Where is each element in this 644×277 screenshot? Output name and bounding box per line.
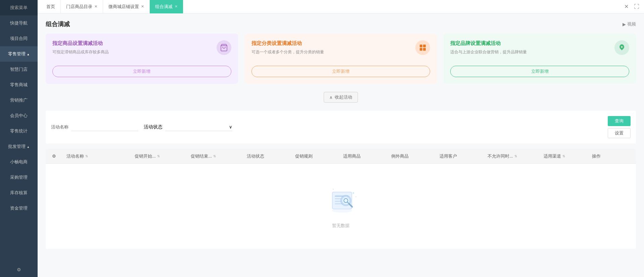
th-applicable-customer: 适用客户 [435,153,484,159]
th-settings[interactable]: ⚙ [46,154,62,159]
th-activity-name[interactable]: 活动名称 ⇅ [62,153,131,159]
table-header: ⚙ 活动名称 ⇅ 促销开始... ⇅ 促销结束... ⇅ 活动状态 [46,149,636,164]
close-window-button[interactable]: ✕ [623,2,630,11]
sort-icon-start: ⇅ [157,154,160,158]
goods-card-icon [217,40,231,55]
settings-button[interactable]: 设置 [608,128,631,138]
th-promo-rule: 促销规则 [291,153,339,159]
brand-card-icon [614,40,629,55]
th-not-allow-simultaneous[interactable]: 不允许同时... ⇅ [484,153,540,159]
sidebar-settings[interactable]: ⚙ [0,262,38,277]
video-link[interactable]: ▶ 视频 [623,21,636,27]
sidebar-item-retail-management[interactable]: 零售管理 [0,46,38,62]
tab-home[interactable]: 首页 [41,0,61,13]
svg-rect-3 [420,48,422,51]
brand-activity-card: 指定品牌设置满减活动 适合与上游企业联合做营销，提升品牌销量 立即新增 [444,34,636,84]
tab-mini-store-settings[interactable]: 微商城店铺设置 ✕ [103,0,150,13]
svg-rect-1 [420,45,422,47]
svg-point-19 [353,192,354,194]
collapse-bar: ∧ 收起活动 [46,89,636,105]
sidebar-item-inventory[interactable]: 库存核算 [0,185,38,201]
th-except-goods: 例外商品 [387,153,435,159]
sort-icon-notallow: ⇅ [514,154,517,158]
category-card-desc: 可选一个或者多个分类，提升分类的销量 [251,49,430,62]
goods-card-add-button[interactable]: 立即新增 [52,66,231,77]
activity-status-label: 活动状态 [144,124,163,130]
query-button[interactable]: 查询 [608,116,631,126]
tab-bar: 首页 门店商品目录 ✕ 微商城店铺设置 ✕ 组合满减 ✕ ✕ ⛶ [38,0,644,13]
th-action: 操作 [588,153,636,159]
select-chevron-icon: ∨ [229,124,232,129]
content-area: 组合满减 ▶ 视频 指定商品设置满减活动 可指定滞销商品或库存较多商品 立即新增 [38,13,644,277]
sidebar-item-retail-mall[interactable]: 零售商城 [0,77,38,93]
search-area: 活动名称 活动状态 ∨ 查询 设置 [46,111,636,144]
svg-rect-4 [423,48,426,51]
th-applicable-goods: 适用商品 [339,153,387,159]
svg-point-21 [333,189,334,190]
sort-icon-end: ⇅ [213,154,216,158]
table-settings-icon: ⚙ [52,154,56,159]
sort-icon-channel: ⇅ [562,154,565,158]
tab-close-mini-store[interactable]: ✕ [141,4,144,9]
brand-card-add-button[interactable]: 立即新增 [450,66,629,77]
goods-card-title: 指定商品设置满减活动 [52,40,231,47]
activity-name-field: 活动名称 [51,123,138,131]
svg-rect-2 [423,45,426,47]
activity-status-field: 活动状态 ∨ [144,123,232,131]
tab-close-combo-discount[interactable]: ✕ [175,4,178,9]
collapse-activity-button[interactable]: ∧ 收起活动 [324,92,358,103]
collapse-icon: ∧ [329,95,333,100]
sidebar-item-finance[interactable]: 资金管理 [0,201,38,216]
svg-point-5 [621,46,623,48]
video-icon: ▶ [623,22,626,27]
sidebar: 搜索菜单 快捷导航 项目合同 零售管理 智慧门店 零售商城 营销推广 会员中心 … [0,0,38,277]
empty-text: 暂无数据 [332,223,350,229]
page-header: 组合满减 ▶ 视频 [46,20,636,28]
tab-actions: ✕ ⛶ [623,2,641,11]
brand-card-title: 指定品牌设置满减活动 [450,40,629,47]
category-card-title: 指定分类设置满减活动 [251,40,430,47]
sidebar-item-ecommerce[interactable]: 小畅电商 [0,154,38,170]
goods-card-desc: 可指定滞销商品或库存较多商品 [52,49,231,62]
tab-store-catalog[interactable]: 门店商品目录 ✕ [61,0,103,13]
th-promo-end[interactable]: 促销结束... ⇅ [187,153,243,159]
table-container: ⚙ 活动名称 ⇅ 促销开始... ⇅ 促销结束... ⇅ 活动状态 [46,149,636,249]
sidebar-item-purchase[interactable]: 采购管理 [0,170,38,185]
empty-illustration [321,184,361,217]
search-buttons: 查询 设置 [608,116,631,138]
sort-icon-name: ⇅ [85,154,88,158]
sidebar-item-project-contract[interactable]: 项目合同 [0,31,38,46]
fullscreen-button[interactable]: ⛶ [633,2,641,11]
activity-name-input[interactable] [71,123,138,131]
svg-rect-0 [223,44,225,46]
svg-point-20 [356,196,357,197]
th-applicable-channel[interactable]: 适用渠道 ⇅ [540,153,588,159]
empty-state: 暂无数据 [46,164,636,249]
page-title: 组合满减 [46,20,70,28]
activity-name-label: 活动名称 [51,124,68,130]
activity-status-select[interactable]: ∨ [165,123,232,131]
brand-card-desc: 适合与上游企业联合做营销，提升品牌销量 [450,49,629,62]
th-activity-status: 活动状态 [243,153,291,159]
sidebar-item-wholesale[interactable]: 批发管理 [0,139,38,154]
sidebar-item-retail-stats[interactable]: 零售统计 [0,123,38,139]
activity-cards: 指定商品设置满减活动 可指定滞销商品或库存较多商品 立即新增 指定分类设置满减活… [46,34,636,84]
category-card-add-button[interactable]: 立即新增 [251,66,430,77]
sidebar-item-marketing[interactable]: 营销推广 [0,93,38,108]
goods-activity-card: 指定商品设置满减活动 可指定滞销商品或库存较多商品 立即新增 [46,34,238,84]
sidebar-item-smart-store[interactable]: 智慧门店 [0,62,38,77]
tab-close-store-catalog[interactable]: ✕ [94,4,97,9]
sidebar-item-member-center[interactable]: 会员中心 [0,108,38,123]
sidebar-item-quick-nav[interactable]: 快捷导航 [0,15,38,31]
tab-combo-discount[interactable]: 组合满减 ✕ [150,0,183,13]
main-area: 首页 门店商品目录 ✕ 微商城店铺设置 ✕ 组合满减 ✕ ✕ ⛶ 组合满减 ▶ … [38,0,644,277]
sidebar-search[interactable]: 搜索菜单 [0,0,38,15]
category-activity-card: 指定分类设置满减活动 可选一个或者多个分类，提升分类的销量 立即新增 [245,34,437,84]
th-promo-start[interactable]: 促销开始... ⇅ [131,153,187,159]
